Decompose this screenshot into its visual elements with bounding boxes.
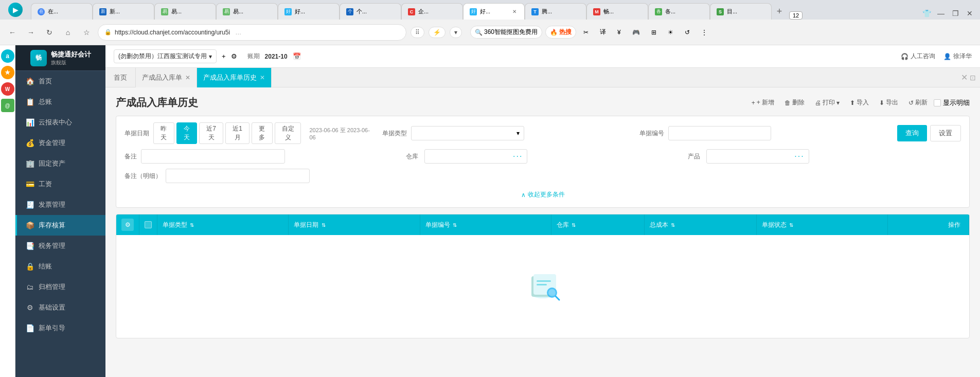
date-btn-yesterday[interactable]: 昨天 — [153, 122, 174, 144]
sidebar-item-ledger[interactable]: 📋 总账 — [15, 92, 105, 112]
user-profile-btn[interactable]: 👤 徐泽华 — [943, 52, 972, 61]
breadcrumb-home[interactable]: 首页 — [105, 68, 136, 87]
product-select[interactable]: ··· — [706, 149, 809, 164]
note-input[interactable] — [141, 149, 285, 164]
breadcrumb-tab-1[interactable]: 产成品入库单 ✕ — [136, 68, 197, 87]
undo-btn[interactable]: ↺ — [681, 27, 694, 38]
tab-8[interactable]: 好 好... ✕ — [463, 3, 525, 20]
tab-1[interactable]: 在 在... — [31, 3, 93, 20]
sidebar-item-closing[interactable]: 🔒 结账 — [15, 256, 105, 277]
delete-button[interactable]: 🗑 删除 — [780, 96, 809, 109]
extension-1[interactable]: a — [1, 49, 14, 63]
weather-btn[interactable]: ☀ — [664, 27, 678, 38]
close-button[interactable]: ✕ — [964, 7, 976, 20]
tab-5[interactable]: 好 好... — [278, 3, 340, 20]
bill-type-select[interactable]: ▾ — [411, 126, 524, 140]
back-button[interactable]: ← — [5, 25, 20, 40]
dropdown-button[interactable]: ▾ — [450, 27, 462, 38]
tab-10[interactable]: M 畅... — [586, 3, 648, 20]
translate-btn[interactable]: 译 — [596, 26, 610, 38]
tab-6[interactable]: 个 个... — [340, 3, 401, 20]
sidebar-item-invoice[interactable]: 🧾 发票管理 — [15, 194, 105, 215]
sidebar-item-tax[interactable]: 📑 税务管理 — [15, 236, 105, 256]
sidebar-item-basic[interactable]: ⚙ 基础设置 — [15, 297, 105, 318]
breadcrumb-tab-2[interactable]: 产成品入库单历史 ✕ — [197, 68, 272, 87]
tab-11[interactable]: 各 各... — [648, 3, 710, 20]
warehouse-dots-icon[interactable]: ··· — [513, 152, 523, 161]
col-bill-type[interactable]: 单据类型 ⇅ — [157, 214, 289, 235]
print-button[interactable]: 🖨 打印 ▾ — [811, 96, 844, 109]
refresh-button[interactable]: ↻ — [42, 25, 57, 40]
sidebar-item-salary[interactable]: 💳 工资 — [15, 174, 105, 194]
panel-expand-btn[interactable]: ⊡ — [970, 74, 976, 82]
col-bill-status[interactable]: 单据状态 ⇅ — [756, 214, 887, 235]
shirt-icon[interactable]: 👕 — [920, 7, 933, 20]
user-service-btn[interactable]: 🎧 人工咨询 — [901, 52, 935, 61]
display-checkbox[interactable] — [934, 99, 941, 106]
period-calendar-icon[interactable]: 📅 — [293, 52, 301, 60]
extension-3[interactable]: W — [1, 82, 14, 96]
grid-btn[interactable]: ⊞ — [647, 27, 661, 38]
date-btn-today[interactable]: 今天 — [176, 122, 198, 144]
more-btn[interactable]: ⋮ — [697, 27, 711, 38]
tab-9[interactable]: T 腾... — [525, 3, 586, 20]
bill-number-input[interactable] — [668, 126, 771, 140]
extensions-button[interactable]: ⠿ — [411, 27, 424, 38]
scissors-btn[interactable]: ✂ — [579, 27, 593, 38]
sidebar-item-reports[interactable]: 📊 云报表中心 — [15, 112, 105, 133]
col-total-cost[interactable]: 总成本 ⇅ — [644, 214, 756, 235]
tab-12[interactable]: S 目... — [710, 3, 772, 20]
yuan-btn[interactable]: ¥ — [613, 27, 625, 38]
note-detail-input[interactable] — [166, 169, 310, 183]
table-gear-btn[interactable]: ⚙ — [121, 219, 134, 231]
address-input[interactable]: 🔒 https://cloud.chanjet.com/accounting/u… — [98, 24, 406, 41]
tab-8-close[interactable]: ✕ — [511, 8, 518, 15]
sidebar-item-newbill[interactable]: 📄 新单引导 — [15, 318, 105, 338]
sidebar-item-fixed[interactable]: 🏢 固定资产 — [15, 153, 105, 174]
hot-search-btn[interactable]: 🔥 热搜 — [545, 26, 576, 39]
home-button[interactable]: ⌂ — [61, 25, 75, 40]
collapse-button[interactable]: ∧ 收起更多条件 — [521, 190, 565, 199]
col-bill-date[interactable]: 单据日期 ⇅ — [289, 214, 420, 235]
query-button[interactable]: 查询 — [897, 125, 927, 141]
tab-4[interactable]: 易 易... — [216, 3, 278, 20]
tab-2[interactable]: 新 新... — [93, 3, 154, 20]
table-select-all-checkbox[interactable] — [145, 221, 152, 228]
breadcrumb-tab-2-close[interactable]: ✕ — [260, 74, 265, 81]
date-btn-custom[interactable]: 自定义 — [275, 122, 301, 144]
display-toggle[interactable]: 显示明细 — [934, 98, 970, 107]
tab-7[interactable]: C 企... — [401, 3, 463, 20]
export-button[interactable]: ⬇ 导出 — [875, 96, 902, 109]
date-btn-7days[interactable]: 近7天 — [199, 122, 223, 144]
sidebar-item-inventory[interactable]: 📦 库存核算 — [15, 215, 105, 236]
date-btn-more[interactable]: 更多 — [252, 122, 273, 144]
bookmark-button[interactable]: ☆ — [79, 25, 94, 40]
product-dots-icon[interactable]: ··· — [794, 152, 804, 161]
import-button[interactable]: ⬆ 导入 — [846, 96, 873, 109]
company-settings-button[interactable]: ⚙ — [231, 52, 237, 60]
company-select[interactable]: (勿删勿禁用）江西服宝测试专用 ▾ — [114, 49, 217, 63]
date-btn-1month[interactable]: 近1月 — [225, 122, 250, 144]
new-button[interactable]: + + 新增 — [747, 96, 778, 109]
add-company-button[interactable]: + — [222, 52, 226, 60]
refresh-button[interactable]: ↺ 刷新 — [904, 96, 932, 109]
sidebar-item-funds[interactable]: 💰 资金管理 — [15, 133, 105, 153]
new-tab-button[interactable]: + — [772, 3, 787, 20]
warehouse-select[interactable]: ··· — [424, 149, 527, 164]
lightning-button[interactable]: ⚡ — [429, 27, 446, 38]
tab-3[interactable]: 易 易... — [154, 3, 216, 20]
forward-button[interactable]: → — [24, 25, 38, 40]
panel-close-btn[interactable]: ✕ — [961, 73, 968, 82]
sidebar-item-home[interactable]: 🏠 首页 — [15, 71, 105, 92]
col-bill-number[interactable]: 单据编号 ⇅ — [420, 214, 551, 235]
search-toolbar-btn[interactable]: 🔍 360智能抠图免费用 — [470, 26, 542, 39]
col-warehouse[interactable]: 仓库 ⇅ — [551, 214, 644, 235]
extension-4[interactable]: @ — [1, 99, 14, 112]
minimize-button[interactable]: — — [935, 7, 947, 20]
extension-2[interactable]: ★ — [1, 66, 14, 79]
sidebar-item-archive[interactable]: 🗂 归档管理 — [15, 277, 105, 297]
settings-button[interactable]: 设置 — [930, 125, 961, 141]
maximize-button[interactable]: ❐ — [949, 7, 961, 20]
game-btn[interactable]: 🎮 — [628, 27, 644, 38]
breadcrumb-tab-1-close[interactable]: ✕ — [185, 74, 190, 81]
